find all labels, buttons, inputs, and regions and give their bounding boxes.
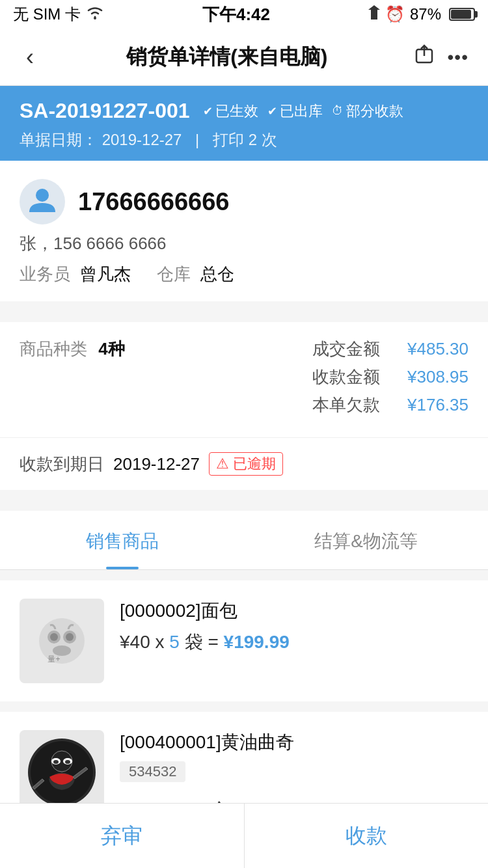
- battery-icon: [449, 8, 475, 21]
- customer-avatar: [20, 179, 65, 224]
- customer-top-row: 17666666666: [20, 179, 468, 224]
- warehouse-label: 仓库 总仓: [157, 263, 234, 286]
- carrier-label: 无 SIM 卡: [13, 4, 81, 25]
- status-bar-right: ⏰ 87%: [368, 5, 475, 23]
- customer-phone: 张，156 6666 6666: [20, 232, 468, 255]
- alarm-icon: ⏰: [385, 5, 405, 23]
- banner-top-row: SA-20191227-001 ✔ 已生效 ✔ 已出库 ⏱ 部分收款: [20, 99, 468, 123]
- nav-bar: ‹ 销货单详情(来自电脑) •••: [0, 29, 488, 86]
- more-button[interactable]: •••: [448, 47, 468, 68]
- collected-amount-row: 收款金额 ¥308.95: [312, 366, 468, 388]
- tabs-section: 销售商品 结算&物流等: [0, 511, 488, 570]
- product-image-2: [20, 730, 104, 815]
- product-list: 量+ [0000002]面包 ¥40 x 5 袋 = ¥199.99: [0, 580, 488, 841]
- deal-amount-row: 成交金额 ¥485.30: [312, 338, 468, 360]
- product-batch-2: 534532: [120, 761, 185, 782]
- amount-stats: 成交金额 ¥485.30 收款金额 ¥308.95 本单欠款 ¥176.35: [312, 338, 468, 422]
- badge-effective: ✔ 已生效: [203, 102, 258, 121]
- status-bar-left: 无 SIM 卡: [13, 4, 104, 25]
- user-icon: [28, 185, 57, 219]
- page-title: 销货单详情(来自电脑): [126, 43, 327, 72]
- svg-point-15: [53, 760, 59, 764]
- product-info-1: [0000002]面包 ¥40 x 5 袋 = ¥199.99: [120, 599, 468, 655]
- stats-section: 商品种类 4种 成交金额 ¥485.30 收款金额 ¥308.95 本单欠款 ¥…: [0, 322, 488, 437]
- owed-amount-row: 本单欠款 ¥176.35: [312, 394, 468, 416]
- order-badges: ✔ 已生效 ✔ 已出库 ⏱ 部分收款: [203, 102, 403, 121]
- wifi-icon: [86, 5, 104, 23]
- status-bar-time: 下午4:42: [202, 3, 270, 26]
- reject-button[interactable]: 弃审: [0, 804, 245, 868]
- svg-point-7: [66, 633, 74, 641]
- overdue-badge: ⚠ 已逾期: [209, 452, 283, 476]
- product-type-stat: 商品种类 4种: [20, 338, 125, 360]
- due-date-section: 收款到期日 2019-12-27 ⚠ 已逾期: [0, 437, 488, 490]
- svg-point-6: [50, 633, 58, 641]
- customer-details-row: 业务员 曾凡杰 仓库 总仓: [20, 263, 468, 286]
- product-name-1: [0000002]面包: [120, 599, 468, 623]
- product-item: 量+ [0000002]面包 ¥40 x 5 袋 = ¥199.99: [0, 580, 488, 701]
- svg-point-16: [65, 760, 70, 764]
- svg-point-0: [94, 17, 96, 20]
- back-button[interactable]: ‹: [20, 37, 40, 77]
- svg-point-3: [39, 618, 85, 664]
- header-banner: SA-20191227-001 ✔ 已生效 ✔ 已出库 ⏱ 部分收款 单据日期：…: [0, 86, 488, 161]
- svg-text:量+: 量+: [47, 655, 60, 664]
- product-image-1: 量+: [20, 599, 104, 683]
- banner-date-row: 单据日期： 2019-12-27 | 打印 2 次: [20, 129, 468, 150]
- overdue-icon: ⚠: [216, 455, 229, 472]
- product-name-2: [000400001]黄油曲奇: [120, 730, 468, 755]
- badge-shipped: ✔ 已出库: [267, 102, 323, 121]
- tab-settlement-logistics[interactable]: 结算&物流等: [244, 511, 488, 569]
- nav-right-buttons: •••: [414, 44, 468, 70]
- customer-section: 17666666666 张，156 6666 6666 业务员 曾凡杰 仓库 总…: [0, 161, 488, 301]
- location-icon: [368, 5, 380, 23]
- collect-button[interactable]: 收款: [245, 804, 489, 868]
- tabs-row: 销售商品 结算&物流等: [0, 511, 488, 569]
- battery-percent: 87%: [410, 5, 441, 23]
- svg-point-2: [36, 189, 49, 202]
- share-button[interactable]: [414, 44, 435, 70]
- bottom-bar: 弃审 收款: [0, 803, 488, 868]
- order-id: SA-20191227-001: [20, 99, 190, 123]
- status-bar: 无 SIM 卡 下午4:42 ⏰ 87%: [0, 0, 488, 29]
- tab-sales-products[interactable]: 销售商品: [0, 511, 244, 569]
- product-price-row-1: ¥40 x 5 袋 = ¥199.99: [120, 630, 468, 655]
- badge-partial-collected: ⏱ 部分收款: [332, 102, 403, 121]
- salesperson-label: 业务员 曾凡杰: [20, 263, 131, 286]
- customer-id: 17666666666: [78, 188, 229, 216]
